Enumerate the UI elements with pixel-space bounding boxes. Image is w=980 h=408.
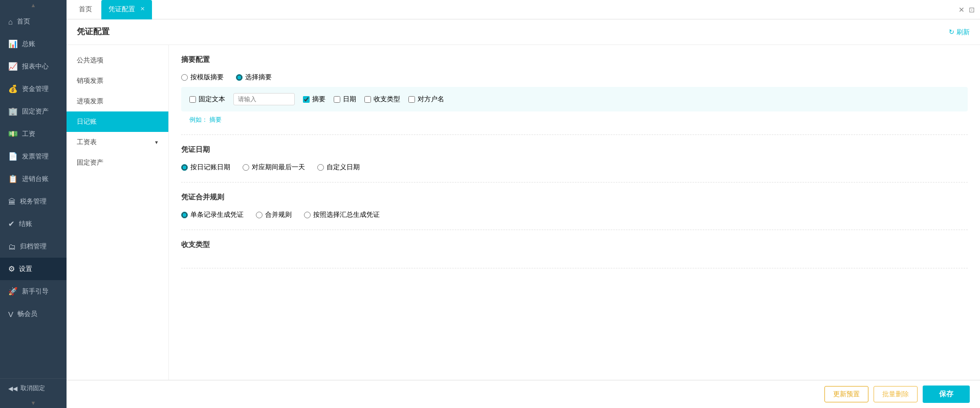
left-nav-item-fixed-assets[interactable]: 固定资产	[67, 152, 168, 173]
window-close-btn[interactable]: ✕	[959, 6, 965, 14]
merge-section-title: 凭证合并规则	[181, 193, 968, 202]
tab-close-voucher-config-tab[interactable]: ✕	[140, 6, 145, 12]
date-section: 凭证日期 按日记账日期 对应期间最后一天 自定义日期	[181, 145, 968, 183]
select-summary-radio[interactable]: 选择摘要	[236, 73, 272, 82]
summary-section-title: 摘要配置	[181, 55, 968, 64]
single-record-label: 单条记录生成凭证	[190, 210, 244, 219]
sidebar-item-vip[interactable]: V 畅会员	[0, 303, 67, 325]
last-period-radio[interactable]: 对应期间最后一天	[243, 163, 305, 172]
template-summary-input[interactable]	[181, 74, 188, 81]
sidebar-item-sales[interactable]: 📋 进销台账	[0, 168, 67, 190]
sidebar-bottom: ◀◀ 取消固定	[0, 378, 67, 398]
sidebar-label-tax: 税务管理	[20, 197, 47, 206]
summary-cb-label: 摘要	[312, 95, 325, 104]
template-summary-label: 按模版摘要	[190, 73, 224, 82]
sidebar-label-invoice: 发票管理	[22, 152, 49, 161]
sidebar-icon-guide: 🚀	[8, 287, 18, 296]
tab-label-home-tab: 首页	[79, 5, 92, 14]
sidebar-item-funds[interactable]: 💰 资金管理	[0, 78, 67, 100]
tab-home-tab[interactable]: 首页	[72, 0, 99, 19]
right-content: 摘要配置 按模版摘要 选择摘要 固定文本	[169, 45, 980, 380]
left-nav-item-sale-invoice[interactable]: 销项发票	[67, 71, 168, 91]
fixed-text-input[interactable]	[189, 96, 196, 103]
sidebar-item-reports[interactable]: 📈 报表中心	[0, 55, 67, 78]
sidebar-item-assets[interactable]: 🏢 固定资产	[0, 100, 67, 123]
sidebar-icon-vip: V	[8, 310, 13, 319]
merge-rule-label: 合并规则	[265, 210, 292, 219]
tab-voucher-config-tab[interactable]: 凭证配置✕	[101, 0, 152, 19]
income-type-checkbox[interactable]: 收支类型	[364, 95, 400, 104]
custom-date-input[interactable]	[317, 164, 324, 171]
sidebar: ▲ ⌂ 首页 📊 总账 📈 报表中心 💰 资金管理 🏢 固定资产 💵 工资 📄 …	[0, 0, 67, 408]
sidebar-item-checkout[interactable]: ✔ 结账	[0, 213, 67, 235]
journal-date-input[interactable]	[181, 164, 188, 171]
sidebar-icon-ledger: 📊	[8, 39, 18, 49]
left-nav-label-sale-invoice: 销项发票	[77, 76, 103, 85]
select-summary-input[interactable]	[236, 74, 243, 81]
sidebar-icon-invoice: 📄	[8, 152, 18, 161]
date-section-title: 凭证日期	[181, 145, 968, 154]
example-text: 例如： 摘要	[181, 116, 968, 124]
sidebar-label-ledger: 总账	[22, 39, 35, 49]
save-button[interactable]: 保存	[923, 386, 970, 403]
merge-rule-input[interactable]	[256, 212, 263, 218]
single-record-input[interactable]	[181, 212, 188, 218]
fixed-text-checkbox[interactable]: 固定文本	[189, 95, 225, 104]
sidebar-scroll-up[interactable]: ▲	[0, 0, 67, 10]
fixed-text-field[interactable]	[233, 93, 295, 105]
refresh-label: 刷新	[956, 28, 970, 37]
template-summary-radio[interactable]: 按模版摘要	[181, 73, 224, 82]
counterparty-input[interactable]	[408, 96, 415, 103]
income-type-section-title: 收支类型	[181, 240, 968, 250]
left-nav-label-purchase-invoice: 进项发票	[77, 97, 103, 106]
sidebar-item-salary[interactable]: 💵 工资	[0, 123, 67, 145]
merge-radio-group: 单条记录生成凭证 合并规则 按照选择汇总生成凭证	[181, 210, 968, 219]
income-type-input[interactable]	[364, 96, 371, 103]
select-summary-label: 选择摘要	[245, 73, 272, 82]
left-nav-item-journal[interactable]: 日记账	[67, 111, 168, 132]
sidebar-item-invoice[interactable]: 📄 发票管理	[0, 145, 67, 168]
custom-date-radio[interactable]: 自定义日期	[317, 163, 360, 172]
summary-cb-input[interactable]	[303, 96, 310, 103]
date-radio-group: 按日记账日期 对应期间最后一天 自定义日期	[181, 163, 968, 172]
sidebar-scroll-down[interactable]: ▼	[0, 398, 67, 408]
window-controls: ✕ ⊡	[959, 6, 975, 14]
sidebar-toggle[interactable]: ◀◀ 取消固定	[0, 379, 67, 398]
left-nav-item-public[interactable]: 公共选项	[67, 50, 168, 71]
sidebar-label-home: 首页	[17, 17, 30, 26]
sidebar-item-archive[interactable]: 🗂 归档管理	[0, 235, 67, 258]
sidebar-item-ledger[interactable]: 📊 总账	[0, 33, 67, 55]
sidebar-item-home[interactable]: ⌂ 首页	[0, 10, 67, 33]
merge-rule-radio[interactable]: 合并规则	[256, 210, 292, 219]
update-preview-button[interactable]: 更新预置	[824, 386, 868, 402]
sidebar-icon-settings: ⚙	[8, 264, 15, 274]
select-summary-merge-label: 按照选择汇总生成凭证	[313, 210, 380, 219]
sidebar-icon-funds: 💰	[8, 84, 18, 94]
refresh-button[interactable]: ↻ 刷新	[949, 28, 970, 37]
sidebar-icon-reports: 📈	[8, 62, 18, 71]
sidebar-label-checkout: 结账	[19, 219, 32, 229]
single-record-radio[interactable]: 单条记录生成凭证	[181, 210, 244, 219]
sidebar-icon-checkout: ✔	[8, 219, 15, 229]
sidebar-item-guide[interactable]: 🚀 新手引导	[0, 280, 67, 303]
sidebar-item-tax[interactable]: 🏛 税务管理	[0, 190, 67, 213]
select-summary-merge-radio[interactable]: 按照选择汇总生成凭证	[304, 210, 380, 219]
date-cb-input[interactable]	[334, 96, 340, 103]
last-period-input[interactable]	[243, 164, 249, 171]
date-cb-label: 日期	[343, 95, 356, 104]
sidebar-label-guide: 新手引导	[22, 287, 49, 296]
select-summary-merge-input[interactable]	[304, 212, 311, 218]
date-checkbox[interactable]: 日期	[334, 95, 356, 104]
journal-date-radio[interactable]: 按日记账日期	[181, 163, 230, 172]
left-nav-item-purchase-invoice[interactable]: 进项发票	[67, 91, 168, 111]
summary-checkbox-row: 固定文本 摘要 日期 收支类型	[181, 87, 968, 111]
counterparty-checkbox[interactable]: 对方户名	[408, 95, 444, 104]
batch-delete-button[interactable]: 批量删除	[874, 386, 918, 402]
summary-checkbox[interactable]: 摘要	[303, 95, 325, 104]
window-resize-btn[interactable]: ⊡	[969, 6, 975, 14]
sidebar-icon-tax: 🏛	[8, 197, 16, 206]
chevron-icon-payroll: ▾	[155, 139, 158, 146]
page-header: 凭证配置 ↻ 刷新	[67, 19, 980, 45]
sidebar-item-settings[interactable]: ⚙ 设置	[0, 258, 67, 280]
left-nav-item-payroll[interactable]: 工资表▾	[67, 132, 168, 152]
